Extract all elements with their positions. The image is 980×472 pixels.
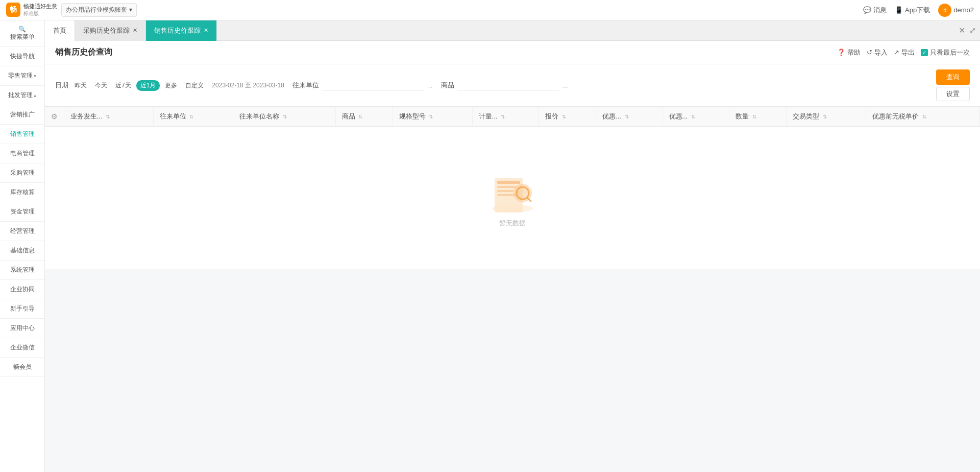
sort-icon: ⇅	[922, 114, 926, 120]
sidebar-item-quick[interactable]: 快捷导航	[0, 47, 44, 66]
page-title: 销售历史价查询	[55, 47, 112, 58]
sort-icon: ⇅	[823, 114, 827, 120]
date-btn-yesterday[interactable]: 昨天	[71, 80, 90, 91]
sidebar-item-retail[interactable]: 零售管理 ▾	[0, 66, 44, 86]
table-container: ⚙ 业务发生... ⇅ 往来单位 ⇅ 往来单位名称	[45, 107, 980, 269]
help-icon: ❓	[837, 49, 845, 56]
col-unit-name[interactable]: 往来单位名称 ⇅	[233, 107, 336, 127]
tab-purchase[interactable]: 采购历史价跟踪 ✕	[75, 20, 146, 41]
goods-input[interactable]	[457, 80, 559, 90]
col-discount1[interactable]: 优惠... ⇅	[596, 107, 663, 127]
table-header-row: ⚙ 业务发生... ⇅ 往来单位 ⇅ 往来单位名称	[45, 107, 980, 127]
import-button[interactable]: ↺ 导入	[867, 48, 888, 57]
date-btn-more[interactable]: 更多	[162, 80, 180, 91]
filter-action-group: 查询 设置	[936, 69, 970, 101]
sidebar-item-operations[interactable]: 经营管理	[0, 222, 44, 241]
tab-home[interactable]: 首页	[45, 20, 75, 41]
help-button[interactable]: ❓ 帮助	[837, 48, 861, 57]
import-icon: ↺	[867, 49, 872, 56]
sidebar-item-finance[interactable]: 资金管理	[0, 202, 44, 222]
checkbox-icon: ✓	[921, 49, 928, 56]
settings-button[interactable]: 设置	[936, 87, 970, 101]
date-btn-today[interactable]: 今天	[92, 80, 110, 91]
col-unit[interactable]: 计量... ⇅	[472, 107, 538, 127]
chevron-down-icon: ▾	[34, 73, 36, 79]
close-tab-button[interactable]: ✕	[959, 26, 965, 35]
top-bar: 畅 畅捷通好生意 标准版 办公用品行业模拟账套 ▾ 💬 消息 📱 App下载 d…	[0, 0, 980, 20]
sidebar-item-system[interactable]: 系统管理	[0, 261, 44, 280]
goods-label: 商品	[441, 81, 454, 90]
sidebar: 🔍 搜索菜单 快捷导航 零售管理 ▾ 批发管理 ▴ 营销推广 销售管理 电商管理	[0, 20, 45, 472]
col-biz-date[interactable]: 业务发生... ⇅	[64, 107, 154, 127]
app-download-button[interactable]: 📱 App下载	[895, 6, 930, 15]
query-button[interactable]: 查询	[936, 69, 970, 85]
top-bar-left: 畅 畅捷通好生意 标准版 办公用品行业模拟账套 ▾	[6, 3, 137, 17]
data-table: ⚙ 业务发生... ⇅ 往来单位 ⇅ 往来单位名称	[45, 107, 980, 127]
col-goods[interactable]: 商品 ⇅	[335, 107, 393, 127]
sidebar-item-search[interactable]: 🔍 搜索菜单	[0, 20, 44, 47]
svg-rect-5	[497, 194, 516, 196]
tab-bar-actions: ✕ ⤢	[959, 26, 980, 35]
unit-filter-group: 往来单位 ...	[292, 80, 433, 90]
last-once-checkbox[interactable]: ✓ 只看最后一次	[921, 48, 970, 57]
sidebar-item-basics[interactable]: 基础信息	[0, 241, 44, 261]
sort-icon: ⇅	[429, 114, 433, 120]
sidebar-item-wholesale[interactable]: 批发管理 ▴	[0, 86, 44, 105]
app-selector-label: 办公用品行业模拟账套	[66, 6, 127, 14]
message-icon: 💬	[863, 6, 871, 14]
goods-filter-group: 商品 ...	[441, 80, 568, 90]
download-icon: 📱	[895, 6, 903, 14]
sidebar-item-newbie[interactable]: 新手引导	[0, 299, 44, 319]
page-header: 销售历史价查询 ❓ 帮助 ↺ 导入 ↗ 导出 ✓	[45, 41, 980, 64]
sort-icon: ⇅	[501, 114, 505, 120]
avatar: d	[938, 4, 951, 17]
tab-purchase-close[interactable]: ✕	[133, 27, 137, 34]
date-buttons: 昨天 今天 近7天 近1月 更多 自定义	[71, 80, 207, 91]
col-qty[interactable]: 数量 ⇅	[729, 107, 786, 127]
page-content: 销售历史价查询 ❓ 帮助 ↺ 导入 ↗ 导出 ✓	[45, 41, 980, 472]
unit-dots[interactable]: ...	[427, 82, 433, 89]
sort-icon: ⇅	[358, 114, 362, 120]
date-btn-7days[interactable]: 近7天	[112, 80, 134, 91]
sidebar-item-enterprise[interactable]: 企业协同	[0, 280, 44, 299]
logo-icon: 畅	[6, 3, 20, 17]
sidebar-item-wechat[interactable]: 企业微信	[0, 338, 44, 358]
user-area[interactable]: d demo2	[938, 4, 974, 17]
svg-rect-2	[497, 181, 520, 184]
col-quote[interactable]: 报价 ⇅	[539, 107, 596, 127]
sidebar-item-inventory[interactable]: 库存核算	[0, 183, 44, 202]
unit-input[interactable]	[322, 80, 424, 90]
date-btn-custom[interactable]: 自定义	[182, 80, 207, 91]
tab-sales-close[interactable]: ✕	[204, 27, 208, 34]
sidebar-item-purchase[interactable]: 采购管理	[0, 163, 44, 183]
logo-area: 畅 畅捷通好生意 标准版	[6, 3, 57, 17]
app-selector[interactable]: 办公用品行业模拟账套 ▾	[61, 3, 137, 17]
message-button[interactable]: 💬 消息	[863, 6, 887, 15]
sidebar-item-sales[interactable]: 销售管理	[0, 125, 44, 144]
tab-sales[interactable]: 销售历史价跟踪 ✕	[146, 20, 217, 41]
col-spec[interactable]: 规格型号 ⇅	[393, 107, 472, 127]
message-label: 消息	[873, 6, 887, 15]
date-btn-1month[interactable]: 近1月	[136, 80, 160, 91]
sidebar-item-ecommerce[interactable]: 电商管理	[0, 144, 44, 163]
chevron-down-icon: ▾	[129, 6, 132, 13]
search-icon: 🔍	[18, 26, 26, 33]
col-pretax-price[interactable]: 优惠前无税单价 ⇅	[866, 107, 980, 127]
svg-rect-4	[497, 190, 513, 192]
date-range-text: 2023-02-18 至 2023-03-18	[212, 81, 284, 90]
col-unit-code[interactable]: 往来单位 ⇅	[153, 107, 233, 127]
sidebar-item-member[interactable]: 畅会员	[0, 358, 44, 377]
column-settings-icon[interactable]: ⚙	[51, 112, 58, 121]
sort-icon: ⇅	[691, 114, 695, 120]
sort-icon: ⇅	[106, 114, 110, 120]
goods-dots[interactable]: ...	[562, 82, 568, 89]
username: demo2	[953, 6, 974, 14]
col-trade-type[interactable]: 交易类型 ⇅	[786, 107, 866, 127]
col-discount2[interactable]: 优惠... ⇅	[663, 107, 729, 127]
export-button[interactable]: ↗ 导出	[894, 48, 915, 57]
maximize-button[interactable]: ⤢	[969, 26, 976, 35]
sidebar-item-appstore[interactable]: 应用中心	[0, 319, 44, 338]
sidebar-item-marketing[interactable]: 营销推广	[0, 105, 44, 125]
sort-icon: ⇅	[752, 114, 756, 120]
main-layout: 🔍 搜索菜单 快捷导航 零售管理 ▾ 批发管理 ▴ 营销推广 销售管理 电商管理	[0, 20, 980, 472]
